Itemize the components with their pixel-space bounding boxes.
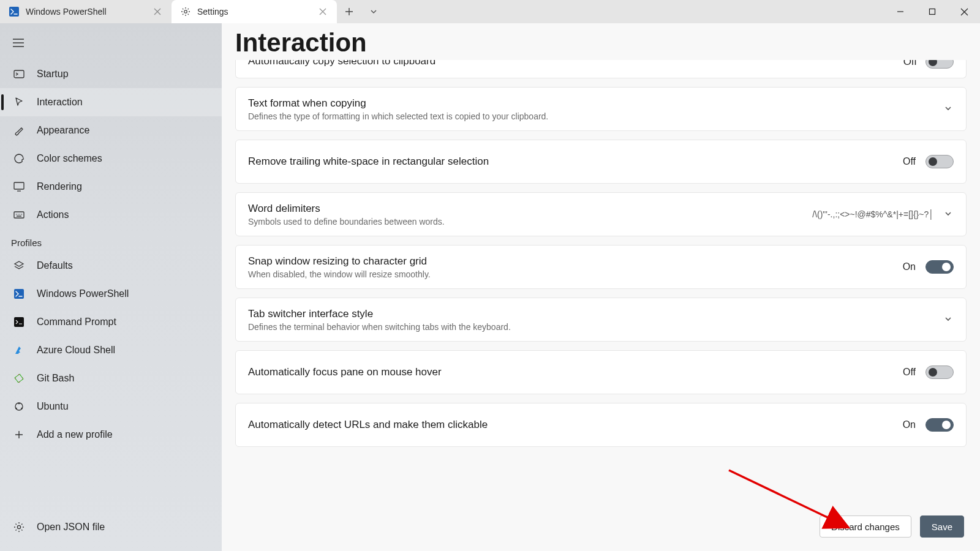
- toggle-state-label: Off: [903, 60, 917, 68]
- discard-changes-button[interactable]: Discard changes: [820, 515, 911, 538]
- setting-row-auto-focus-pane[interactable]: Automatically focus pane on mouse hover …: [235, 350, 967, 394]
- sidebar-item-open-json[interactable]: Open JSON file: [0, 513, 222, 541]
- svg-point-1: [184, 10, 187, 13]
- page-title: Interaction: [222, 23, 980, 60]
- sidebar-item-appearance[interactable]: Appearance: [0, 116, 222, 144]
- setting-title: Tab switcher interface style: [248, 308, 511, 320]
- setting-row-snap-resize[interactable]: Snap window resizing to character grid W…: [235, 245, 967, 289]
- cursor-icon: [12, 96, 26, 109]
- sidebar-item-label: Windows PowerShell: [37, 288, 129, 299]
- title-bar: Windows PowerShell Settings: [0, 0, 980, 23]
- palette-icon: [12, 152, 26, 165]
- toggle-state-label: Off: [903, 367, 916, 378]
- monitor-icon: [12, 180, 26, 193]
- setting-title: Automatically copy selection to clipboar…: [248, 60, 435, 67]
- tab-powershell[interactable]: Windows PowerShell: [0, 0, 172, 23]
- sidebar-item-label: Add a new profile: [37, 429, 113, 440]
- setting-row-remove-trailing[interactable]: Remove trailing white-space in rectangul…: [235, 140, 967, 184]
- settings-list: Automatically copy selection to clipboar…: [222, 60, 980, 502]
- svg-rect-3: [14, 70, 24, 78]
- sidebar-item-label: Color schemes: [37, 153, 102, 164]
- keyboard-icon: [12, 208, 26, 222]
- setting-title: Text format when copying: [248, 97, 548, 110]
- setting-row-text-format[interactable]: Text format when copying Defines the typ…: [235, 87, 967, 131]
- sidebar-item-label: Interaction: [37, 97, 83, 108]
- powershell-icon: [12, 287, 26, 301]
- setting-subtitle: Defines the terminal behavior when switc…: [248, 322, 511, 332]
- toggle-switch[interactable]: [925, 155, 954, 168]
- svg-rect-5: [14, 212, 24, 218]
- hamburger-menu-button[interactable]: [5, 29, 32, 56]
- minimize-button[interactable]: [884, 0, 916, 23]
- sidebar-item-interaction[interactable]: Interaction: [0, 88, 222, 116]
- sidebar-item-label: Startup: [37, 69, 69, 80]
- new-tab-button[interactable]: [337, 0, 361, 23]
- svg-point-12: [17, 525, 20, 528]
- plus-icon: [12, 428, 26, 441]
- setting-row-auto-detect-urls[interactable]: Automatically detect URLs and make them …: [235, 403, 967, 447]
- svg-point-9: [18, 403, 20, 405]
- sidebar-section-profiles: Profiles: [0, 229, 222, 252]
- sidebar: Startup Interaction Appearance Color sch…: [0, 23, 222, 551]
- svg-rect-7: [14, 317, 24, 327]
- gear-icon: [12, 520, 26, 534]
- sidebar-item-add-profile[interactable]: Add a new profile: [0, 421, 222, 449]
- svg-rect-2: [930, 9, 935, 15]
- toggle-state-label: On: [903, 261, 916, 272]
- tab-dropdown-button[interactable]: [361, 0, 386, 23]
- toggle-switch[interactable]: [925, 60, 954, 69]
- maximize-button[interactable]: [916, 0, 948, 23]
- sidebar-nav: Startup Interaction Appearance Color sch…: [0, 60, 222, 449]
- sidebar-item-label: Command Prompt: [37, 317, 116, 328]
- close-icon[interactable]: [152, 6, 163, 17]
- sidebar-item-rendering[interactable]: Rendering: [0, 173, 222, 201]
- toggle-state-label: On: [903, 419, 916, 430]
- tab-settings[interactable]: Settings: [172, 0, 337, 23]
- azure-icon: [12, 343, 26, 357]
- sidebar-item-label: Defaults: [37, 260, 73, 271]
- setting-row-tab-switcher-style[interactable]: Tab switcher interface style Defines the…: [235, 298, 967, 342]
- layers-icon: [12, 259, 26, 272]
- save-button[interactable]: Save: [920, 515, 964, 538]
- sidebar-item-label: Actions: [37, 209, 69, 220]
- svg-rect-0: [9, 7, 19, 17]
- window-controls: [884, 0, 980, 23]
- gitbash-icon: [12, 372, 26, 385]
- setting-row-word-delimiters[interactable]: Word delimiters Symbols used to define b…: [235, 192, 967, 236]
- cmd-icon: [12, 315, 26, 329]
- sidebar-item-profile-cmd[interactable]: Command Prompt: [0, 308, 222, 336]
- button-label: Discard changes: [831, 522, 900, 532]
- sidebar-item-profile-ubuntu[interactable]: Ubuntu: [0, 392, 222, 421]
- setting-title: Remove trailing white-space in rectangul…: [248, 156, 489, 168]
- svg-rect-6: [14, 289, 24, 299]
- gear-icon: [180, 6, 191, 17]
- sidebar-item-profile-powershell[interactable]: Windows PowerShell: [0, 280, 222, 308]
- svg-rect-4: [14, 182, 24, 189]
- toggle-switch[interactable]: [925, 365, 954, 379]
- chevron-down-icon: [944, 209, 954, 219]
- close-window-button[interactable]: [948, 0, 980, 23]
- sidebar-item-label: Git Bash: [37, 373, 74, 384]
- setting-value: /\()"'-.,:;<>~!@#$%^&*|+=[]{}~?│: [812, 209, 934, 219]
- sidebar-item-color-schemes[interactable]: Color schemes: [0, 144, 222, 173]
- setting-title: Snap window resizing to character grid: [248, 255, 431, 268]
- sidebar-item-profile-gitbash[interactable]: Git Bash: [0, 364, 222, 392]
- sidebar-item-actions[interactable]: Actions: [0, 201, 222, 229]
- setting-subtitle: When disabled, the window will resize sm…: [248, 269, 431, 279]
- button-label: Save: [932, 522, 952, 532]
- tab-settings-label: Settings: [197, 7, 311, 17]
- ubuntu-icon: [12, 400, 26, 413]
- setting-subtitle: Defines the type of formatting in which …: [248, 111, 548, 121]
- close-icon[interactable]: [317, 6, 328, 17]
- sidebar-item-label: Ubuntu: [37, 401, 69, 412]
- toggle-switch[interactable]: [925, 418, 954, 432]
- sidebar-item-label: Azure Cloud Shell: [37, 345, 115, 356]
- brush-icon: [12, 124, 26, 137]
- sidebar-item-profile-azure[interactable]: Azure Cloud Shell: [0, 336, 222, 364]
- sidebar-item-startup[interactable]: Startup: [0, 60, 222, 88]
- sidebar-item-defaults[interactable]: Defaults: [0, 252, 222, 280]
- setting-row-auto-copy-clipboard-cutoff[interactable]: Automatically copy selection to clipboar…: [235, 60, 967, 78]
- toggle-switch[interactable]: [925, 260, 954, 274]
- setting-subtitle: Symbols used to define boundaries betwee…: [248, 217, 445, 227]
- setting-title: Word delimiters: [248, 203, 445, 215]
